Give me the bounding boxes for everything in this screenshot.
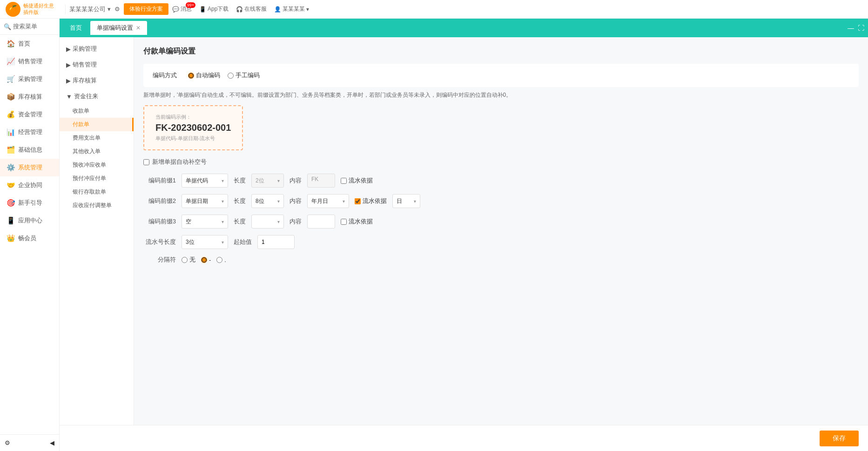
sub-sidebar-payment[interactable]: 付款单 [60,118,134,131]
trial-btn[interactable]: 体验行业方案 [124,3,168,15]
sub-sidebar-prepay-recv[interactable]: 预收冲应收单 [60,158,134,172]
sub-sidebar: ▶ 采购管理 ▶ 销售管理 ▶ 库存核算 [60,37,134,425]
field-2-serial-check: 流水依据 [355,197,387,205]
field-1-serial-label: 流水依据 [349,176,373,185]
chevron-right-icon-sales: ▶ [66,61,71,68]
tab-close-icon[interactable]: ✕ [136,25,141,31]
sub-sidebar-adjust[interactable]: 应收应付调整单 [60,199,134,212]
sidebar-item-operations[interactable]: 📊 经营管理 [0,123,59,141]
tab-encoding[interactable]: 单据编码设置 ✕ [90,21,147,35]
field-2-content-select[interactable]: 年月日 ▾ [307,194,349,208]
tab-home[interactable]: 首页 [63,21,88,35]
chevron-down-icon-user: ▾ [306,6,309,13]
search-icon: 🔍 [4,23,11,30]
message-btn[interactable]: 💬 消息 99+ [172,5,192,13]
sidebar-item-purchase[interactable]: 🛒 采购管理 [0,70,59,88]
sub-sidebar-header-inventory[interactable]: ▶ 库存核算 [60,73,134,88]
download-btn[interactable]: 📱 App下载 [199,5,229,13]
sidebar-search[interactable]: 🔍 搜索菜单 [0,19,59,35]
sub-sidebar-header-capital[interactable]: ▼ 资金往来 [60,88,134,104]
field-2-serial-label: 流水依据 [363,197,387,205]
sidebar-item-sales[interactable]: 📈 销售管理 [0,53,59,70]
field-2-serial-unit-select[interactable]: 日 ▾ [392,194,420,208]
download-icon: 📱 [199,6,206,13]
footer-collapse-icon[interactable]: ◀ [50,439,54,446]
manual-encoding-radio[interactable] [228,73,234,79]
field-3-serial-label: 流水依据 [349,217,373,226]
sep-none-option[interactable]: 无 [182,256,195,264]
main-layout: 🔍 搜索菜单 🏠 首页 📈 销售管理 🛒 采购管理 📦 库存核算 💰 [0,19,868,451]
inventory-icon: 📦 [7,93,15,101]
field-2-content-label: 内容 [289,197,302,205]
auto-encoding-option[interactable]: 自动编码 [188,71,220,80]
sidebar-item-enterprise[interactable]: 🤝 企业协同 [0,176,59,194]
sidebar-item-member[interactable]: 👑 畅会员 [0,229,59,247]
field-1-serial-checkbox[interactable] [341,178,347,184]
sub-sidebar-expense[interactable]: 费用支出单 [60,131,134,145]
sidebar-item-inventory[interactable]: 📦 库存核算 [0,88,59,106]
sidebar-item-home[interactable]: 🏠 首页 [0,35,59,53]
chevron-down-icon: ▾ [108,6,111,13]
bottom-bar: 保存 [60,425,868,451]
divider [65,5,66,14]
minimize-icon[interactable]: — [848,24,854,32]
sep-dash-radio[interactable] [201,257,207,263]
sidebar-item-guide[interactable]: 🎯 新手引导 [0,194,59,212]
field-3-length-select[interactable]: ▾ [251,215,284,229]
user-menu[interactable]: 👤 某某某某 ▾ [274,5,309,13]
operations-icon: 📊 [7,128,15,136]
service-btn[interactable]: 🎧 在线客服 [236,5,267,13]
sep-dash-option[interactable]: - [201,256,211,263]
field-2-length-label: 长度 [234,197,246,205]
sub-sidebar-receipt[interactable]: 收款单 [60,104,134,118]
field-2-serial-checkbox[interactable] [355,198,361,204]
sub-sidebar-bank[interactable]: 银行存取款单 [60,185,134,199]
field-3-serial-checkbox[interactable] [341,219,347,225]
field-1-length-label: 长度 [234,176,246,185]
preview-box: 当前编码示例： FK-20230602-001 单据代码-单据日期-流水号 [143,105,243,150]
sep-dot-option[interactable]: . [216,256,226,263]
sidebar-item-basic[interactable]: 🗂️ 基础信息 [0,141,59,159]
sidebar-item-finance[interactable]: 💰 资金管理 [0,106,59,123]
chevron-down-icon-f2: ▾ [222,199,224,204]
guide-icon: 🎯 [7,199,15,207]
manual-encoding-option[interactable]: 手工编码 [228,71,260,80]
sidebar-item-app[interactable]: 📱 应用中心 [0,212,59,229]
sep-none-radio[interactable] [182,257,188,263]
field-3-length-label: 长度 [234,217,246,226]
content-area: ▶ 采购管理 ▶ 销售管理 ▶ 库存核算 [60,37,868,425]
sub-sidebar-prepay-pay[interactable]: 预付冲应付单 [60,172,134,185]
field-1-select[interactable]: 单据代码 ▾ [182,174,228,188]
chevron-down-icon-f2c: ▾ [343,199,345,204]
auto-fill-checkbox[interactable] [143,159,149,165]
field-2-select[interactable]: 单据日期 ▾ [182,194,228,208]
workspace-label: 某某某某公司 [69,5,106,13]
main-panel: 付款单编码设置 编码方式 自动编码 手工编码 [134,37,868,425]
field-3-select[interactable]: 空 ▾ [182,215,228,229]
field-1-content-input[interactable]: FK [307,174,335,188]
sub-sidebar-header-purchase[interactable]: ▶ 采购管理 [60,41,134,57]
chevron-down-icon-f2u: ▾ [414,199,416,204]
separator-label: 分隔符 [143,256,176,264]
purchase-icon: 🛒 [7,75,15,83]
auto-encoding-radio[interactable] [188,73,194,79]
sub-sidebar-header-sales[interactable]: ▶ 销售管理 [60,57,134,73]
serial-length-select[interactable]: 3位 ▾ [182,235,228,249]
workspace-selector[interactable]: 某某某某公司 ▾ [69,5,111,13]
sep-dot-radio[interactable] [216,257,222,263]
sidebar-nav: 🏠 首页 📈 销售管理 🛒 采购管理 📦 库存核算 💰 资金管理 📊 经 [0,35,59,434]
sub-sidebar-other-income[interactable]: 其他收入单 [60,145,134,158]
field-2-length-select[interactable]: 8位 ▾ [251,194,284,208]
expand-icon[interactable]: ⛶ [858,24,864,32]
encoding-method-section: 编码方式 自动编码 手工编码 [143,64,859,87]
save-button[interactable]: 保存 [820,431,859,446]
settings-icon[interactable]: ⚙ [114,6,120,13]
start-value-input[interactable] [257,235,295,249]
field-3-content-input[interactable] [307,215,335,229]
field-3-label: 编码前缀3 [143,217,176,226]
field-1-length-select[interactable]: 2位 ▾ [251,174,284,188]
field-1-label: 编码前缀1 [143,176,176,185]
chevron-down-icon-f2l: ▾ [277,199,280,204]
sidebar-item-system[interactable]: ⚙️ 系统管理 [0,159,59,176]
footer-settings-icon[interactable]: ⚙ [5,439,10,446]
